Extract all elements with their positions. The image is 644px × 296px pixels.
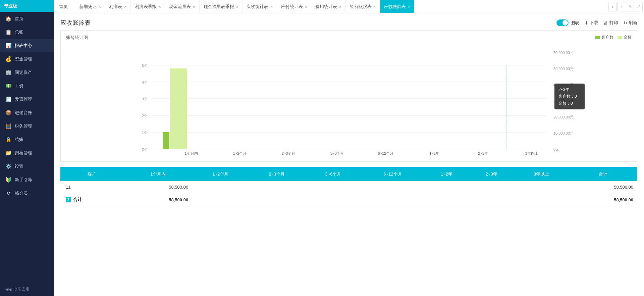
tab-receivable-stats[interactable]: 应收统计表 × [243, 0, 277, 13]
tab-home[interactable]: 首页 [55, 0, 75, 13]
assets-icon: 🏢 [5, 69, 11, 76]
tab-close-operation-status[interactable]: × [374, 5, 376, 9]
home-icon: 🏠 [5, 16, 11, 22]
print-button[interactable]: 🖨 打印 [604, 20, 618, 26]
sidebar-item-invoice[interactable]: 🧾 发票管理 [0, 93, 54, 106]
svg-text:0个: 0个 [142, 147, 148, 151]
tab-close-receivable-stats[interactable]: × [270, 5, 272, 9]
tab-close-receivable-aging[interactable]: × [408, 5, 410, 9]
cell-m5 [361, 181, 424, 193]
total-label-text: 合计 [73, 197, 82, 203]
svg-text:3~6个月: 3~6个月 [330, 151, 344, 155]
svg-text:1~2个月: 1~2个月 [233, 151, 247, 155]
table-container: 客户 1个月内 1~2个月 2~3个月 3~6个月 6~12个月 1~2年 2~… [60, 167, 637, 206]
tab-profit-quarterly[interactable]: 利润表季报 × [131, 0, 165, 13]
svg-text:40,000.00元: 40,000.00元 [553, 83, 574, 87]
cell-m8 [514, 181, 569, 193]
total-m5 [361, 193, 424, 206]
sidebar-label-closing: 结账 [15, 137, 23, 143]
col-m6: 1~2年 [424, 167, 469, 181]
svg-text:2~3个月: 2~3个月 [282, 151, 296, 155]
legend-color-customers [595, 36, 600, 39]
tab-expense-stats[interactable]: 费用统计表 × [311, 0, 345, 13]
sidebar-collapse[interactable]: ◀◀ 取消固定 [0, 282, 54, 296]
collapse-label: 取消固定 [13, 286, 30, 292]
tab-close-cashflow-quarterly[interactable]: × [236, 5, 238, 9]
tab-close-profit-quarterly[interactable]: × [159, 5, 161, 9]
refresh-icon: ↻ [624, 20, 627, 26]
sidebar-item-member[interactable]: V 畅会员 [0, 187, 54, 200]
svg-text:3个: 3个 [142, 97, 148, 101]
total-m4 [305, 193, 361, 206]
sidebar-item-ledger[interactable]: 📋 总账 [0, 26, 54, 39]
sidebar-item-archive[interactable]: 📁 归档管理 [0, 146, 54, 160]
tab-scroll-right[interactable]: › [617, 2, 625, 11]
svg-text:0元: 0元 [553, 147, 559, 151]
tab-cashflow[interactable]: 现金流量表 × [165, 0, 199, 13]
cell-m7 [469, 181, 514, 193]
tab-profit[interactable]: 利润表 × [105, 0, 130, 13]
sidebar-item-closing[interactable]: 🔒 结账 [0, 133, 54, 146]
tab-nav-controls: ‹ › ✕ ⤢ [608, 2, 643, 11]
toggle-track[interactable] [556, 19, 569, 26]
tab-close-profit[interactable]: × [124, 5, 126, 9]
sidebar-label-settings: 设置 [15, 163, 23, 169]
app-logo: 专业版 [0, 0, 54, 12]
svg-text:2个: 2个 [142, 114, 148, 118]
sidebar-item-tax[interactable]: 🧮 税务管理 [0, 119, 54, 133]
tab-receivable-aging[interactable]: 应收账龄表 × [380, 0, 414, 13]
tab-label-operation-status: 经营状况表 [350, 4, 372, 10]
sidebar-item-home[interactable]: 🏠 首页 [0, 12, 54, 26]
closing-icon: 🔒 [5, 137, 11, 143]
tab-close-expense-stats[interactable]: × [339, 5, 341, 9]
cell-customer: 11 [60, 181, 124, 193]
tab-bar: 首页 新增凭证 × 利润表 × 利润表季报 × 现金流量表 × 现金流量表季报 … [54, 0, 644, 13]
legend-amount: 金额 [618, 35, 632, 40]
print-icon: 🖨 [604, 20, 608, 26]
tab-label-profit: 利润表 [109, 4, 122, 10]
tab-payable-stats[interactable]: 应付统计表 × [277, 0, 311, 13]
tab-close-payable-stats[interactable]: × [305, 5, 307, 9]
sidebar-item-reports[interactable]: 📊 报表中心 [0, 39, 54, 52]
sidebar: 专业版 🏠 首页 📋 总账 📊 报表中心 💰 资金管理 🏢 固定资产 💵 工资 … [0, 0, 54, 296]
cell-m3 [249, 181, 305, 193]
tab-close-new-voucher[interactable]: × [99, 5, 101, 9]
refresh-label: 刷新 [629, 20, 637, 26]
refresh-button[interactable]: ↻ 刷新 [624, 20, 637, 26]
col-customer: 客户 [60, 167, 124, 181]
tab-operation-status[interactable]: 经营状况表 × [346, 0, 380, 13]
tab-label-cashflow: 现金流量表 [169, 4, 191, 10]
chart-toggle[interactable]: 图表 [556, 19, 579, 26]
sidebar-item-assets[interactable]: 🏢 固定资产 [0, 66, 54, 79]
chart-title: 账龄统计图 [66, 35, 632, 41]
total-icon: Σ [66, 197, 71, 202]
tab-scroll-left[interactable]: ‹ [608, 2, 616, 11]
sales-icon: 📦 [5, 110, 11, 116]
sidebar-item-payroll[interactable]: 💵 工资 [0, 79, 54, 93]
download-icon: ⬇ [585, 20, 588, 26]
tab-close-all[interactable]: ✕ [626, 2, 634, 11]
download-button[interactable]: ⬇ 下载 [585, 20, 598, 26]
sidebar-item-settings[interactable]: ⚙️ 设置 [0, 160, 54, 173]
chevron-left-icon: ◀◀ [5, 287, 11, 292]
sidebar-item-funds[interactable]: 💰 资金管理 [0, 52, 54, 66]
sidebar-item-sales[interactable]: 📦 进销台账 [0, 106, 54, 119]
col-m2: 1~2个月 [192, 167, 249, 181]
chart-svg: 0个 1个 2个 3个 4个 5个 0元 10,000.00元 20,000.0… [66, 43, 632, 157]
tab-new-voucher[interactable]: 新增凭证 × [75, 0, 105, 13]
bar-amount-m1 [170, 68, 187, 149]
sidebar-label-funds: 资金管理 [15, 56, 32, 62]
col-m5: 6~12个月 [361, 167, 424, 181]
tab-maximize[interactable]: ⤢ [635, 2, 643, 11]
svg-text:30,000.00元: 30,000.00元 [553, 99, 574, 103]
tab-cashflow-quarterly[interactable]: 现金流量表季报 × [200, 0, 243, 13]
svg-text:5个: 5个 [142, 63, 148, 67]
funds-icon: 💰 [5, 56, 11, 62]
sidebar-item-guide[interactable]: 🔰 新手引导 [0, 173, 54, 187]
tab-label-profit-quarterly: 利润表季报 [135, 4, 157, 10]
svg-text:10,000.00元: 10,000.00元 [553, 131, 574, 135]
col-total: 合计 [569, 167, 637, 181]
tab-close-cashflow[interactable]: × [193, 5, 195, 9]
total-m6 [424, 193, 469, 206]
cell-m2 [192, 181, 249, 193]
